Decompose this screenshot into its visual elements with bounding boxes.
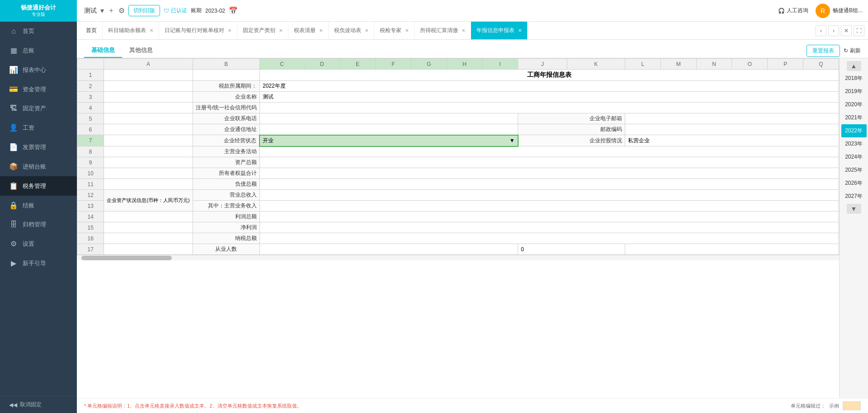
tab-income-tax[interactable]: 所得税汇算清缴 ✕ [415,22,471,40]
tab-fixed-assets-type[interactable]: 固定资产类别 ✕ [237,22,288,40]
cell-11a[interactable] [104,179,193,190]
sidebar-item-archive[interactable]: 🗄 归档管理 [0,215,77,234]
dropdown-arrow-icon[interactable]: ▼ [509,137,515,144]
cell-10c[interactable] [259,168,839,179]
year-item-2018[interactable]: 2018年 [841,72,867,85]
cell-9c[interactable] [259,157,839,168]
cell-1b[interactable] [193,70,259,81]
tab-tax-clearance[interactable]: 税表清册 ✕ [288,22,329,40]
col-header-j[interactable]: J [518,59,567,70]
tab-aux-balance-close[interactable]: ✕ [150,28,153,33]
cell-15c[interactable] [259,222,839,233]
cell-15a[interactable] [104,222,193,233]
sidebar-item-settings[interactable]: ⚙ 设置 [0,234,77,253]
cell-4c[interactable] [259,103,839,113]
tab-expand-button[interactable]: ⛶ [854,25,864,36]
cell-17j[interactable]: 0 [518,244,625,255]
year-item-2022[interactable]: 2022年 [841,124,867,137]
year-scroll-down-button[interactable]: ▼ [847,204,861,214]
refresh-button[interactable]: ↻ 刷新 [844,47,861,55]
cell-10a[interactable] [104,168,193,179]
cancel-fixed-button[interactable]: ◀◀ 取消固定 [0,396,77,413]
year-item-2021[interactable]: 2021年 [841,111,867,124]
cell-2c[interactable]: 2022年度 [259,81,839,92]
col-header-g[interactable]: G [411,59,447,70]
col-header-d[interactable]: D [304,59,340,70]
cell-17c[interactable] [259,244,518,255]
tab-tax-expert-close[interactable]: ✕ [405,28,409,33]
sidebar-item-assets[interactable]: 🏗 固定资产 [0,99,77,118]
tab-journal-bank-close[interactable]: ✕ [228,28,231,33]
cell-8a[interactable] [104,146,193,157]
col-header-n[interactable]: N [696,59,732,70]
year-item-2025[interactable]: 2025年 [841,164,867,177]
tab-journal-bank[interactable]: 日记账与银行对账单核对 ✕ [159,22,237,40]
sidebar-item-guide[interactable]: ▶ 新手引导 [0,253,77,273]
year-item-2023[interactable]: 2023年 [841,137,867,150]
sidebar-item-inventory[interactable]: 📦 进销台账 [0,157,77,176]
col-header-f[interactable]: F [376,59,411,70]
col-header-c[interactable]: C [259,59,304,70]
cell-14a[interactable] [104,211,193,222]
col-header-p[interactable]: P [768,59,803,70]
col-header-a[interactable]: A [104,59,193,70]
cell-2a[interactable] [104,81,193,92]
user-info[interactable]: R 畅捷通B组... [816,4,863,18]
dropdown-icon[interactable]: ▾ [100,6,104,15]
cell-6a[interactable] [104,124,193,135]
sidebar-item-home[interactable]: ⌂ 首页 [0,22,77,41]
year-item-2020[interactable]: 2020年 [841,98,867,111]
col-header-l[interactable]: L [625,59,661,70]
col-header-h[interactable]: H [447,59,482,70]
old-version-button[interactable]: 切到旧版 [128,5,160,16]
settings-icon[interactable]: ⚙ [118,6,125,15]
cell-3c[interactable]: 测试 [259,92,839,103]
calendar-icon[interactable]: 📅 [229,6,238,15]
sidebar-item-tax[interactable]: 📋 税务管理 [0,176,77,196]
cell-17k[interactable] [625,244,839,255]
year-item-2027[interactable]: 2027年 [841,190,867,203]
tab-tax-fluctuation[interactable]: 税负波动表 ✕ [329,22,374,40]
cell-1a[interactable] [104,70,193,81]
spreadsheet-main[interactable]: A B C D E F G H I J K L [77,58,839,398]
year-item-2024[interactable]: 2024年 [841,150,867,164]
sub-tab-other[interactable]: 其他信息 [122,43,160,58]
tab-tax-expert[interactable]: 税检专家 ✕ [374,22,415,40]
sidebar-item-invoices[interactable]: 📄 发票管理 [0,137,77,157]
cell-16a[interactable] [104,233,193,244]
sub-tab-basic[interactable]: 基础信息 [84,43,122,58]
col-header-m[interactable]: M [660,59,696,70]
cell-5a[interactable] [104,113,193,124]
cell-14c[interactable] [259,211,839,222]
cell-5c[interactable] [259,113,518,124]
sidebar-item-ledger[interactable]: ▦ 总账 [0,41,77,60]
cell-9a[interactable] [104,157,193,168]
col-header-e[interactable]: E [340,59,376,70]
sidebar-item-wages[interactable]: 👤 工资 [0,118,77,137]
add-icon[interactable]: ＋ [108,6,115,15]
tab-aux-balance[interactable]: 科目辅助余额表 ✕ [103,22,159,40]
tab-income-tax-close[interactable]: ✕ [462,28,465,33]
col-header-o[interactable]: O [732,59,768,70]
sidebar-item-reports[interactable]: 📊 报表中心 [0,60,77,80]
tab-annual-report[interactable]: 年报信息申报表 ✕ [471,22,528,40]
sidebar-item-funds[interactable]: 💳 资金管理 [0,80,77,99]
tab-tax-fluctuation-close[interactable]: ✕ [365,28,368,33]
cell-4a[interactable] [104,103,193,113]
cell-6k[interactable] [625,124,839,135]
scrollbar-thumb[interactable] [81,256,172,260]
consult-button[interactable]: 🎧 人工咨询 [778,7,808,14]
tab-next-button[interactable]: › [828,25,839,36]
tab-prev-button[interactable]: ‹ [816,25,826,36]
cell-11c[interactable] [259,179,839,190]
cell-17a[interactable] [104,244,193,255]
year-item-2026[interactable]: 2026年 [841,177,867,190]
col-header-k[interactable]: K [567,59,625,70]
cell-12c[interactable] [259,190,839,201]
year-item-2019[interactable]: 2019年 [841,85,867,98]
cell-5k[interactable] [625,113,839,124]
cell-7a[interactable] [104,135,193,146]
cell-8c[interactable] [259,146,839,157]
reset-report-button[interactable]: 重置报表 [807,45,840,57]
tab-annual-report-close[interactable]: ✕ [518,28,522,33]
